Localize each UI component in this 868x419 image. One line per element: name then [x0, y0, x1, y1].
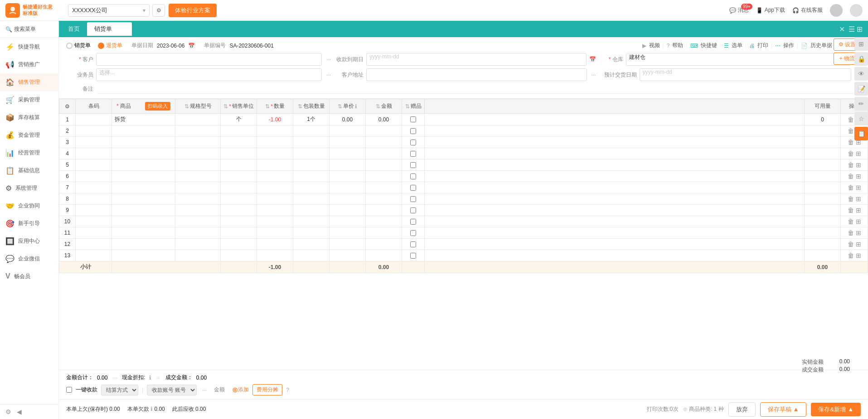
- cell-amount[interactable]: [366, 216, 402, 227]
- cell-gift[interactable]: [402, 239, 425, 250]
- cell-gift[interactable]: [402, 205, 425, 216]
- th-settings[interactable]: ⚙: [59, 99, 76, 114]
- cell-spec[interactable]: [175, 193, 221, 205]
- salesman-dots[interactable]: ···: [326, 72, 331, 78]
- radio-return[interactable]: 退货单: [98, 42, 122, 49]
- cell-pkgqty[interactable]: [293, 137, 330, 148]
- cell-pkgqty[interactable]: [293, 148, 330, 159]
- cell-product[interactable]: [112, 148, 175, 159]
- cell-price[interactable]: [330, 205, 366, 216]
- cell-pkgqty[interactable]: [293, 239, 330, 250]
- table-settings-icon[interactable]: ⚙: [65, 103, 70, 110]
- cell-spec[interactable]: [175, 171, 221, 182]
- payment-method-select[interactable]: 结算方式: [101, 385, 138, 395]
- sidebar-item-inventory[interactable]: 📦 库存核算: [0, 109, 58, 126]
- cell-gift[interactable]: [402, 114, 425, 125]
- cell-qty[interactable]: [257, 193, 293, 205]
- copy-icon[interactable]: ⊞: [856, 173, 861, 180]
- cell-spec[interactable]: [175, 148, 221, 159]
- cell-qty[interactable]: [257, 216, 293, 227]
- cell-spec[interactable]: [175, 159, 221, 171]
- cell-price[interactable]: [330, 250, 366, 261]
- cell-amount[interactable]: [366, 239, 402, 250]
- cell-barcode[interactable]: [76, 148, 112, 159]
- sidebar-settings-icon[interactable]: ⚙: [5, 408, 11, 415]
- cell-gift[interactable]: [402, 227, 425, 239]
- cell-amount[interactable]: [366, 227, 402, 239]
- save-new-button[interactable]: 保存&新增 ▲: [811, 403, 861, 416]
- cell-unit[interactable]: [221, 193, 257, 205]
- cell-product[interactable]: [112, 171, 175, 182]
- copy-icon[interactable]: ⊞: [856, 195, 861, 202]
- cell-product[interactable]: [112, 239, 175, 250]
- toolbar-print-label[interactable]: 打印: [757, 42, 768, 49]
- th-qty-sort[interactable]: ⇅: [265, 103, 270, 110]
- cell-product[interactable]: [112, 125, 175, 137]
- cell-qty[interactable]: [257, 137, 293, 148]
- cell-price[interactable]: [330, 125, 366, 137]
- th-pkgqty-sort[interactable]: ⇅: [298, 103, 302, 110]
- discount-info-icon[interactable]: ℹ: [149, 375, 151, 381]
- cell-product[interactable]: [112, 250, 175, 261]
- save-draft-button[interactable]: 保存草稿 ▲: [760, 402, 807, 417]
- th-gift-sort[interactable]: ⇅: [405, 103, 410, 110]
- cell-barcode[interactable]: [76, 137, 112, 148]
- avatar2[interactable]: [850, 4, 863, 17]
- sidebar-item-operations[interactable]: 📊 经营管理: [0, 144, 58, 162]
- rf-icon-3[interactable]: 👁: [854, 67, 868, 81]
- tab-close-button[interactable]: ×: [114, 25, 125, 32]
- cell-price[interactable]: [330, 159, 366, 171]
- cell-product[interactable]: [112, 193, 175, 205]
- receivable-date-input[interactable]: yyyy-mm-dd: [366, 53, 586, 66]
- sidebar-item-member[interactable]: V 畅会员: [0, 268, 58, 285]
- cell-pkgqty[interactable]: 1个: [293, 114, 330, 125]
- gift-checkbox[interactable]: [410, 196, 416, 202]
- cell-gift[interactable]: [402, 137, 425, 148]
- cell-unit[interactable]: [221, 239, 257, 250]
- cell-amount[interactable]: [366, 125, 402, 137]
- cell-qty[interactable]: -1.00: [257, 114, 293, 125]
- cell-spec[interactable]: [175, 137, 221, 148]
- sidebar-search[interactable]: 🔍 搜索菜单: [0, 21, 58, 38]
- message-btn[interactable]: 💬 消息 99+: [729, 6, 749, 14]
- cell-unit[interactable]: [221, 148, 257, 159]
- copy-icon[interactable]: ⊞: [856, 161, 861, 169]
- cell-unit[interactable]: [221, 216, 257, 227]
- cell-spec[interactable]: [175, 205, 221, 216]
- app-download-btn[interactable]: 📱 App下载: [756, 6, 785, 14]
- cell-unit[interactable]: [221, 171, 257, 182]
- fee-split-button[interactable]: 费用分摊: [252, 384, 282, 395]
- cell-product[interactable]: [112, 205, 175, 216]
- delete-icon[interactable]: 🗑: [848, 139, 854, 146]
- cell-price[interactable]: [330, 227, 366, 239]
- cell-barcode[interactable]: [76, 114, 112, 125]
- cell-amount[interactable]: [366, 193, 402, 205]
- copy-icon[interactable]: ⊞: [856, 150, 861, 157]
- account-select[interactable]: 收款账号 账号: [147, 385, 197, 395]
- cell-product[interactable]: 拆货: [112, 114, 175, 125]
- cell-spec[interactable]: [175, 216, 221, 227]
- rf-icon-4[interactable]: 📝: [854, 82, 868, 96]
- receivable-calendar-icon[interactable]: 📅: [589, 56, 596, 63]
- cell-spec[interactable]: [175, 239, 221, 250]
- cell-qty[interactable]: [257, 239, 293, 250]
- gift-checkbox[interactable]: [410, 185, 416, 191]
- sidebar-item-weixin[interactable]: 💬 企业微信: [0, 250, 58, 268]
- customer-address-input[interactable]: [366, 68, 587, 81]
- trial-button[interactable]: 体验行业方案: [169, 4, 217, 17]
- cell-gift[interactable]: [402, 171, 425, 182]
- gift-checkbox[interactable]: [410, 219, 416, 225]
- gift-checkbox[interactable]: [410, 241, 416, 247]
- cell-product[interactable]: [112, 216, 175, 227]
- cell-pkgqty[interactable]: [293, 193, 330, 205]
- copy-icon[interactable]: ⊞: [856, 252, 861, 259]
- gift-checkbox[interactable]: [410, 253, 416, 259]
- cell-spec[interactable]: [175, 227, 221, 239]
- tab-sales-order[interactable]: 销货单 ×: [87, 22, 132, 36]
- cell-product[interactable]: [112, 182, 175, 193]
- sidebar-item-basic[interactable]: 📋 基础信息: [0, 162, 58, 179]
- current-debt-info[interactable]: ℹ: [150, 406, 153, 412]
- product-type-info-icon[interactable]: ⊙: [683, 406, 688, 412]
- cell-qty[interactable]: [257, 227, 293, 239]
- add-button[interactable]: 添加: [238, 386, 249, 394]
